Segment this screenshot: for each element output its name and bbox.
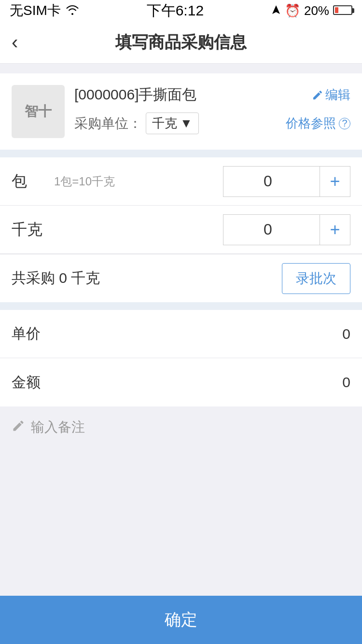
status-left: 无SIM卡: [10, 1, 79, 20]
price-ref-label: 价格参照: [286, 115, 336, 132]
product-info: [0000006]手撕面包 编辑 采购单位： 千克 ▼ 价格参照 ?: [74, 85, 350, 134]
product-card: 智十 [0000006]手撕面包 编辑 采购单位： 千克 ▼ 价格参照 ?: [0, 73, 362, 150]
kg-quantity-input[interactable]: [223, 214, 320, 245]
kg-input-group: +: [223, 214, 350, 245]
bag-quantity-row: 包 1包=10千克 +: [0, 157, 362, 206]
section-divider-2: [0, 302, 362, 310]
section-divider-1: [0, 150, 362, 157]
unit-value: 千克: [152, 115, 177, 132]
wifi-icon: [66, 3, 79, 18]
chevron-down-icon: ▼: [180, 116, 193, 131]
amount-value: 0: [342, 374, 350, 391]
bag-input-group: +: [223, 166, 350, 197]
battery-percent: 20%: [304, 3, 329, 18]
plus-icon-2: +: [330, 220, 340, 240]
status-bar: 无SIM卡 下午6:12 ⏰ 20%: [0, 0, 362, 21]
battery-icon: [333, 3, 352, 18]
bag-label: 包: [12, 171, 50, 192]
unit-dropdown[interactable]: 千克 ▼: [146, 112, 199, 134]
edit-button[interactable]: 编辑: [312, 86, 350, 103]
alarm-icon: ⏰: [285, 3, 300, 18]
unit-row: 采购单位： 千克 ▼ 价格参照 ?: [74, 112, 350, 134]
kg-label: 千克: [12, 219, 50, 240]
product-image-text: 智十: [25, 102, 52, 121]
nav-bar: ‹ 填写商品采购信息: [0, 21, 362, 64]
status-time: 下午6:12: [147, 1, 204, 21]
amount-row: 金额 0: [0, 358, 362, 406]
kg-quantity-row: 千克 +: [0, 206, 362, 254]
notes-section[interactable]: 输入备注: [0, 406, 362, 448]
bag-plus-button[interactable]: +: [320, 166, 350, 197]
kg-plus-button[interactable]: +: [320, 214, 350, 245]
price-info-section: 单价 0 金额 0: [0, 310, 362, 406]
total-label: 共采购 0 千克: [12, 268, 100, 288]
unit-price-value: 0: [342, 326, 350, 342]
product-name: [0000006]手撕面包: [74, 85, 196, 105]
bag-sub-label: 1包=10千克: [54, 174, 223, 189]
unit-price-label: 单价: [12, 324, 41, 344]
page-title: 填写商品采购信息: [115, 31, 247, 54]
notes-placeholder: 输入备注: [31, 418, 85, 436]
help-icon: ?: [339, 118, 350, 129]
bottom-spacer: [0, 448, 362, 593]
bag-quantity-input[interactable]: [223, 166, 320, 197]
batch-button[interactable]: 录批次: [282, 263, 350, 294]
pencil-icon: [12, 419, 25, 436]
confirm-button[interactable]: 确定: [0, 596, 362, 644]
quantity-section: 包 1包=10千克 + 千克 + 共采购 0 千克 录批次: [0, 157, 362, 302]
status-right: ⏰ 20%: [271, 3, 352, 18]
gps-icon: [271, 3, 281, 18]
total-row: 共采购 0 千克 录批次: [0, 254, 362, 302]
carrier-label: 无SIM卡: [10, 1, 61, 20]
plus-icon: +: [330, 171, 340, 192]
product-image: 智十: [12, 85, 65, 138]
product-name-row: [0000006]手撕面包 编辑: [74, 85, 350, 105]
unit-price-row: 单价 0: [0, 310, 362, 358]
unit-prefix-label: 采购单位：: [74, 114, 142, 133]
price-ref-button[interactable]: 价格参照 ?: [286, 115, 350, 132]
amount-label: 金额: [12, 373, 41, 392]
back-button[interactable]: ‹: [12, 31, 18, 53]
edit-label: 编辑: [325, 86, 350, 103]
